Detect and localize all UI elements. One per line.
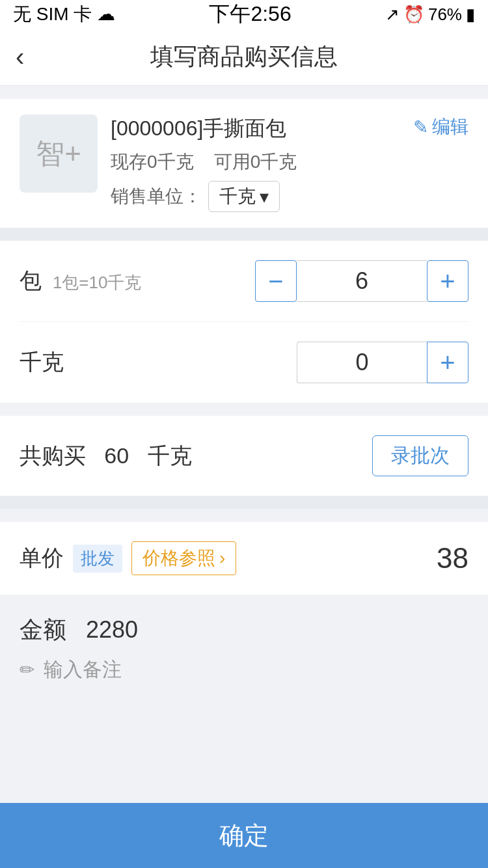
batch-button[interactable]: 录批次	[372, 435, 468, 476]
divider-2	[0, 496, 488, 509]
package-plus-button[interactable]: +	[427, 260, 468, 302]
kilogram-input-row: 千克 +	[20, 322, 468, 403]
package-label-group: 包 1包=10千克	[20, 266, 141, 296]
chevron-down-icon: ▾	[260, 186, 269, 208]
unit-label: 销售单位：	[111, 184, 202, 209]
edit-icon: ✎	[413, 116, 428, 138]
product-logo: 智+	[36, 135, 81, 173]
package-input-row: 包 1包=10千克 − +	[20, 241, 468, 322]
summary-quantity: 60	[104, 443, 129, 468]
amount-value: 2280	[86, 616, 138, 643]
kilogram-stepper: +	[297, 342, 468, 383]
available-label: 可用0千克	[214, 152, 297, 172]
confirm-button[interactable]: 确定	[0, 803, 488, 868]
sim-status: 无 SIM 卡 ☁	[13, 2, 115, 27]
summary-unit: 千克	[148, 443, 192, 468]
stock-label: 现存0千克	[111, 152, 194, 172]
amount-label: 金额	[20, 616, 66, 643]
edit-label: 编辑	[432, 115, 468, 139]
price-value: 38	[437, 542, 468, 575]
amount-row: 金额 2280	[20, 614, 468, 646]
product-unit: 销售单位： 千克 ▾	[111, 181, 468, 212]
battery-level: 76%	[428, 5, 462, 25]
price-row: 单价 批发 价格参照 › 38	[20, 541, 468, 575]
pencil-icon: ✏	[20, 659, 34, 681]
price-ref-label: 价格参照	[142, 546, 215, 571]
input-section: 包 1包=10千克 − + 千克 +	[0, 241, 488, 403]
divider-1	[0, 228, 488, 241]
amount-section: 金额 2280 ✏ 输入备注	[0, 595, 488, 703]
kilogram-label: 千克	[20, 347, 64, 377]
remark-placeholder: 输入备注	[44, 657, 122, 683]
status-bar-right: ↗ ⏰ 76% ▮	[385, 5, 475, 25]
status-bar-left: 无 SIM 卡 ☁	[13, 2, 115, 27]
price-left: 单价 批发 价格参照 ›	[20, 541, 236, 575]
price-label: 单价	[20, 543, 64, 573]
product-stock: 现存0千克 可用0千克	[111, 150, 468, 174]
package-minus-button[interactable]: −	[255, 260, 297, 302]
package-stepper: − +	[255, 260, 468, 302]
unit-value: 千克	[219, 184, 256, 209]
status-bar-time: 下午2:56	[209, 0, 291, 29]
package-label: 包	[20, 268, 42, 293]
edit-button[interactable]: ✎ 编辑	[413, 115, 468, 139]
back-button[interactable]: ‹	[16, 42, 24, 72]
summary-section: 共购买 60 千克 录批次	[0, 416, 488, 496]
battery-icon: ▮	[466, 5, 475, 25]
status-bar: 无 SIM 卡 ☁ 下午2:56 ↗ ⏰ 76% ▮	[0, 0, 488, 29]
package-hint: 1包=10千克	[53, 273, 142, 292]
kilogram-plus-button[interactable]: +	[427, 342, 468, 383]
product-card: 智+ [0000006]手撕面包 现存0千克 可用0千克 销售单位： 千克 ▾ …	[0, 99, 488, 228]
unit-dropdown[interactable]: 千克 ▾	[208, 181, 280, 212]
kilogram-input[interactable]	[297, 342, 427, 383]
price-tag: 批发	[73, 545, 122, 573]
price-ref-button[interactable]: 价格参照 ›	[131, 541, 236, 575]
summary-label: 共购买	[20, 443, 86, 468]
nav-bar: ‹ 填写商品购买信息	[0, 29, 488, 86]
page-title: 填写商品购买信息	[150, 41, 338, 73]
location-icon: ↗	[385, 5, 400, 25]
chevron-right-icon: ›	[219, 548, 225, 569]
product-image: 智+	[20, 115, 98, 193]
price-section: 单价 批发 价格参照 › 38	[0, 522, 488, 595]
remark-row[interactable]: ✏ 输入备注	[20, 657, 468, 683]
summary-text: 共购买 60 千克	[20, 441, 192, 471]
alarm-icon: ⏰	[403, 5, 424, 25]
package-input[interactable]	[297, 260, 427, 302]
